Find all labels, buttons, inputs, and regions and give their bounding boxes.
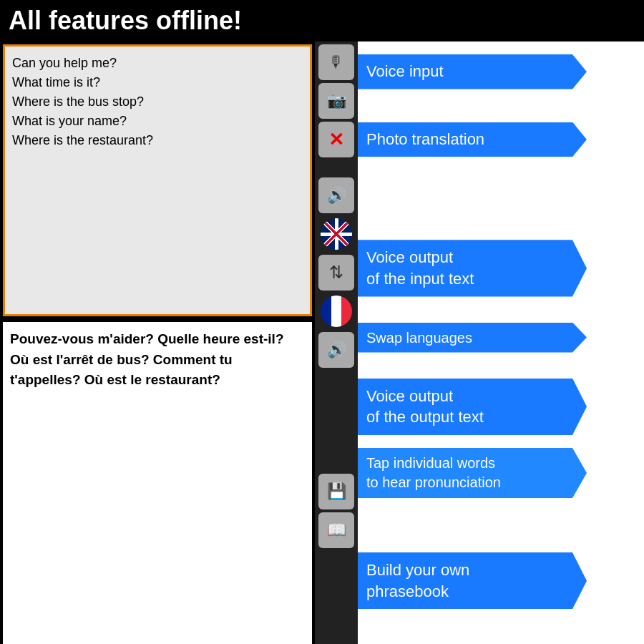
swap-languages-label-row: Swap languages: [358, 323, 644, 353]
tap-individual-arrow: Tap individual wordsto hear pronunciatio…: [358, 448, 587, 498]
photo-translation-label: Photo translation: [366, 130, 484, 148]
output-text-area: Pouvez-vous m'aider? Quelle heure est-il…: [3, 322, 312, 644]
speaker-icon: 🔊: [327, 186, 346, 205]
camera-icon: 📷: [327, 92, 346, 110]
voice-output-input-label-row: Voice outputof the input text: [358, 240, 644, 296]
phrasebook-button[interactable]: 📖: [318, 512, 354, 548]
voice-output-output-arrow: Voice outputof the output text: [358, 379, 587, 435]
input-text: Can you help me?What time is it?Where is…: [12, 56, 153, 147]
tap-individual-label: Tap individual wordsto hear pronunciatio…: [366, 455, 501, 490]
voice-output-output-label: Voice outputof the output text: [366, 387, 484, 426]
left-panel: Can you help me?What time is it?Where is…: [0, 42, 315, 644]
header: All features offline!: [0, 0, 644, 42]
swap-icon: ⇅: [329, 263, 343, 283]
voice-input-label-row: Voice input: [358, 54, 644, 89]
swap-languages-arrow: Swap languages: [358, 323, 587, 353]
language-from-button[interactable]: [318, 216, 354, 252]
save-icon: 💾: [327, 482, 346, 501]
book-icon: 📖: [327, 521, 346, 540]
voice-input-label: Voice input: [366, 62, 444, 80]
speaker-output-icon: 🔊: [327, 341, 346, 359]
voice-output-output-label-row: Voice outputof the output text: [358, 379, 644, 435]
france-flag-icon: [321, 296, 352, 327]
input-text-area[interactable]: Can you help me?What time is it?Where is…: [3, 44, 312, 316]
app-title: All features offline!: [9, 6, 242, 35]
language-to-button[interactable]: [318, 293, 354, 329]
microphone-icon: 🎙: [328, 53, 344, 72]
voice-input-arrow: Voice input: [358, 54, 587, 89]
main-layout: Can you help me?What time is it?Where is…: [0, 42, 644, 644]
build-phrasebook-label-row: Build your ownphrasebook: [358, 552, 644, 609]
speak-output-button[interactable]: 🔊: [318, 332, 354, 368]
clear-button[interactable]: ✕: [318, 122, 354, 157]
build-phrasebook-arrow: Build your ownphrasebook: [358, 552, 587, 609]
tap-individual-label-row: Tap individual wordsto hear pronunciatio…: [358, 448, 644, 498]
speak-input-button[interactable]: 🔊: [318, 177, 354, 213]
save-button[interactable]: 💾: [318, 474, 354, 509]
close-icon: ✕: [328, 129, 344, 151]
build-phrasebook-label: Build your ownphrasebook: [366, 561, 469, 600]
photo-translation-arrow: Photo translation: [358, 122, 587, 157]
right-panel: Voice input Photo translation Voice outp…: [358, 42, 644, 644]
swap-languages-button[interactable]: ⇅: [318, 255, 354, 291]
toolbar: 🎙 📷 ✕ 🔊 ⇅: [315, 42, 358, 644]
photo-translation-label-row: Photo translation: [358, 122, 644, 157]
photo-translation-button[interactable]: 📷: [318, 83, 354, 119]
voice-output-input-arrow: Voice outputof the input text: [358, 240, 587, 296]
swap-languages-label: Swap languages: [366, 330, 472, 346]
output-text: Pouvez-vous m'aider? Quelle heure est-il…: [10, 331, 284, 387]
voice-output-input-label: Voice outputof the input text: [366, 248, 474, 288]
voice-input-button[interactable]: 🎙: [318, 44, 354, 80]
uk-flag-icon: [321, 218, 352, 250]
